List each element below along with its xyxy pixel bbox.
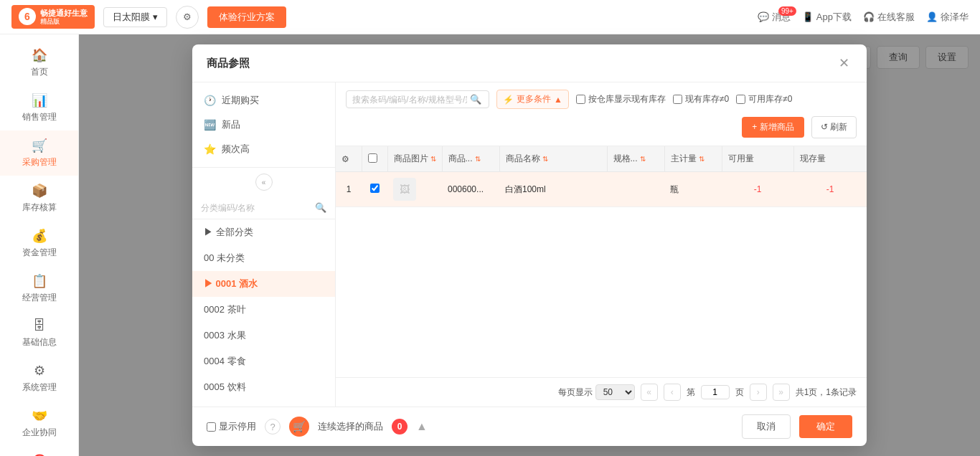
finance-icon: 💰	[32, 228, 47, 244]
cart-count: 0	[392, 419, 407, 434]
modal-close-btn[interactable]: ✕	[835, 54, 852, 72]
sales-icon: 📊	[32, 92, 47, 108]
product-search-input[interactable]	[352, 95, 467, 105]
show-disabled-checkbox-label[interactable]: 显示停用	[207, 420, 256, 433]
store-dropdown[interactable]: 日太阳膜 ▾	[103, 7, 167, 27]
refresh-btn[interactable]: ↺ 刷新	[811, 116, 857, 138]
nav-frequent-label: 频次高	[222, 143, 250, 156]
sidebar-item-operation[interactable]: 📋 经营管理	[0, 266, 78, 311]
category-tea[interactable]: 0002 茶叶	[192, 297, 335, 323]
headphone-icon: 🎧	[863, 11, 875, 22]
category-search-icon[interactable]: 🔍	[315, 202, 326, 213]
app-download-btn[interactable]: 📱 App下载	[802, 11, 852, 24]
sort-icon-code: ⇅	[475, 155, 481, 163]
show-disabled-checkbox[interactable]	[207, 422, 216, 432]
category-drink[interactable]: 0005 饮料	[192, 374, 335, 400]
td-product-code: 000600...	[442, 172, 499, 207]
sidebar-item-system[interactable]: ⚙ 系统管理	[0, 356, 78, 401]
td-product-image: 🖼	[387, 172, 442, 207]
category-water[interactable]: 0008 水	[192, 400, 335, 407]
expand-icon[interactable]: ▲	[416, 420, 428, 433]
first-page-btn[interactable]: «	[641, 384, 658, 401]
cart-text: 连续选择的商品	[318, 420, 383, 433]
sidebar-item-finance[interactable]: 💰 资金管理	[0, 221, 78, 266]
sidebar-item-sales[interactable]: 📊 销售管理	[0, 85, 78, 130]
logo-text: 畅捷通好生意 精品版	[40, 8, 88, 27]
sidebar-item-guide[interactable]: 🎯 新手引导	[0, 446, 78, 456]
modal-title: 商品参照	[207, 57, 250, 70]
checkbox-warehouse-stock[interactable]: 按仓库显示现有库存	[576, 93, 666, 105]
th-unit-sort[interactable]: 主计量 ⇅	[671, 153, 716, 165]
logo: 6 畅捷通好生意 精品版	[11, 5, 95, 29]
logo-sub: 精品版	[40, 18, 88, 27]
nav-recent-purchase[interactable]: 🕐 近期购买	[192, 88, 335, 113]
trial-btn[interactable]: 体验行业方案	[207, 6, 286, 28]
sidebar-item-purchase[interactable]: 🛒 采购管理	[0, 130, 78, 176]
category-snack[interactable]: 0004 零食	[192, 348, 335, 374]
sidebar-item-collab[interactable]: 🤝 企业协同	[0, 401, 78, 446]
usable-stock-label: 可用库存≠0	[748, 93, 792, 105]
navbar: 6 畅捷通好生意 精品版 日太阳膜 ▾ ⚙ 体验行业方案 💬 消息 99+ 📱 …	[0, 0, 980, 34]
nav-frequent[interactable]: ⭐ 频次高	[192, 137, 335, 161]
product-reference-modal: 商品参照 ✕ 🕐 近期购买 🆕	[192, 44, 867, 446]
message-btn[interactable]: 💬 消息 99+	[758, 11, 791, 24]
sidebar-item-home[interactable]: 🏠 首页	[0, 40, 78, 85]
th-name-sort[interactable]: 商品名称 ⇅	[506, 153, 601, 165]
user-avatar[interactable]: 👤 徐泽华	[926, 11, 969, 24]
row-checkbox[interactable]	[370, 184, 380, 193]
sidebar-item-basic[interactable]: 🗄 基础信息	[0, 311, 78, 356]
product-table-container: ⚙ 商品图片 ⇅	[336, 146, 867, 377]
chevron-down-icon: ▾	[153, 11, 158, 22]
column-settings-icon[interactable]: ⚙	[341, 154, 349, 164]
category-liquor[interactable]: ▶ 0001 酒水	[192, 271, 335, 297]
sort-icon-name: ⇅	[542, 155, 548, 163]
app-label: App下载	[816, 11, 852, 24]
next-page-btn[interactable]: ›	[750, 384, 767, 401]
category-fruit[interactable]: 0003 水果	[192, 323, 335, 348]
settings-gear-icon[interactable]: ⚙	[176, 6, 199, 29]
th-settings[interactable]: ⚙	[336, 146, 362, 172]
available-stock-checkbox[interactable]	[673, 95, 682, 104]
collapse-btn[interactable]: «	[255, 174, 273, 191]
main-layout: 🏠 首页 📊 销售管理 🛒 采购管理 📦 库存核算 💰 资金管理 📋 经营管理 …	[0, 34, 980, 456]
category-search-input[interactable]	[201, 203, 312, 213]
help-btn[interactable]: ?	[265, 419, 281, 434]
table-row[interactable]: 1 🖼	[336, 172, 867, 207]
last-page-btn[interactable]: »	[773, 384, 790, 401]
th-checkbox[interactable]	[362, 146, 387, 172]
category-all-label: ▶ 全部分类	[204, 226, 253, 239]
nav-shortcuts: 🕐 近期购买 🆕 新品 ⭐ 频次高	[192, 82, 335, 168]
sidebar-label-home: 首页	[31, 66, 48, 78]
category-uncategorized[interactable]: 00 未分类	[192, 245, 335, 271]
product-search-icon[interactable]: 🔍	[470, 94, 481, 105]
sidebar-item-inventory[interactable]: 📦 库存核算	[0, 176, 78, 221]
th-spec-sort[interactable]: 规格... ⇅	[613, 153, 659, 165]
filter-btn[interactable]: ⚡ 更多条件 ▲	[496, 90, 569, 109]
td-row-checkbox[interactable]	[362, 172, 387, 207]
warehouse-stock-checkbox[interactable]	[576, 95, 585, 104]
page-number-input[interactable]	[701, 385, 730, 399]
message-icon: 💬	[758, 11, 769, 22]
th-image-sort[interactable]: 商品图片 ⇅	[394, 153, 436, 165]
th-spec: 规格... ⇅	[607, 146, 664, 172]
checkbox-usable-stock[interactable]: 可用库存≠0	[736, 93, 792, 105]
nav-new-product[interactable]: 🆕 新品	[192, 113, 335, 137]
usable-stock-checkbox[interactable]	[736, 95, 745, 104]
confirm-btn[interactable]: 确定	[799, 415, 852, 438]
sidebar: 🏠 首页 📊 销售管理 🛒 采购管理 📦 库存核算 💰 资金管理 📋 经营管理 …	[0, 34, 79, 456]
th-code-sort[interactable]: 商品... ⇅	[448, 153, 494, 165]
online-service-btn[interactable]: 🎧 在线客服	[863, 11, 915, 24]
nav-new-label: 新品	[222, 118, 240, 131]
sidebar-label-purchase: 采购管理	[22, 156, 57, 168]
select-all-checkbox[interactable]	[368, 153, 377, 163]
category-liquor-label: ▶ 0001 酒水	[204, 277, 258, 290]
app-icon: 📱	[802, 11, 814, 22]
cancel-btn[interactable]: 取消	[742, 414, 791, 439]
category-all[interactable]: ▶ 全部分类	[192, 219, 335, 245]
star-icon: ⭐	[204, 143, 216, 155]
add-product-btn[interactable]: + 新增商品	[742, 117, 804, 138]
td-stock-qty: -1	[793, 172, 867, 207]
prev-page-btn[interactable]: ‹	[664, 384, 681, 401]
checkbox-available-stock[interactable]: 现有库存≠0	[673, 93, 729, 105]
per-page-select[interactable]: 10 20 50 100	[595, 384, 635, 400]
